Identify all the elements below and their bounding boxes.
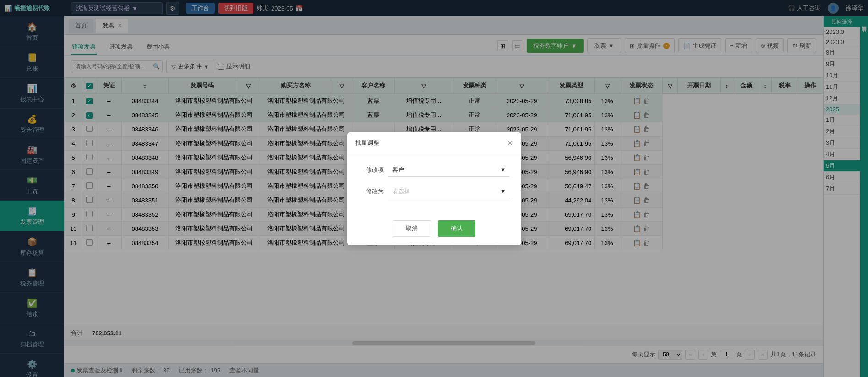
form-row-modify-field: 修改项 客户 ▼ (359, 164, 510, 177)
modal-cancel-button[interactable]: 取消 (393, 220, 431, 237)
form-row-modify-to: 修改为 请选择 ▼ (359, 185, 510, 198)
modal-header: 批量调整 ✕ (347, 132, 521, 154)
chevron-down-icon: ▼ (500, 188, 506, 195)
modal-title: 批量调整 (355, 139, 379, 147)
modify-to-select[interactable]: 请选择 ▼ (388, 185, 510, 198)
modify-to-placeholder: 请选择 (392, 187, 410, 196)
modify-field-select[interactable]: 客户 ▼ (388, 164, 510, 177)
modify-field-label: 修改项 (359, 166, 384, 174)
modal-body: 修改项 客户 ▼ 修改为 请选择 ▼ (347, 154, 521, 216)
chevron-down-icon: ▼ (500, 166, 506, 173)
modify-field-value: 客户 (392, 166, 404, 174)
modify-to-label: 修改为 (359, 187, 384, 196)
batch-adjust-modal: 批量调整 ✕ 修改项 客户 ▼ 修改为 请选择 ▼ 取消 确认 (347, 132, 521, 245)
modal-confirm-button[interactable]: 确认 (438, 220, 475, 237)
modal-overlay[interactable]: 批量调整 ✕ 修改项 客户 ▼ 修改为 请选择 ▼ 取消 确认 (0, 0, 868, 377)
modal-close-button[interactable]: ✕ (507, 139, 513, 148)
modal-footer: 取消 确认 (347, 216, 521, 245)
